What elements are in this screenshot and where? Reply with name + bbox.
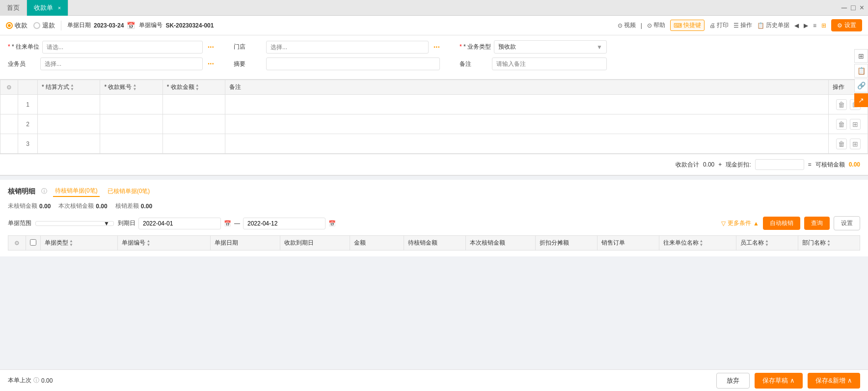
radio-collection[interactable]: 收款	[6, 21, 27, 30]
biz-type-select[interactable]: 预收款 ▼	[494, 40, 607, 54]
th-remark: 备注	[225, 80, 829, 95]
verify-toolbar-left: 单据范围 ▼ 到期日 📅 — 📅	[8, 218, 336, 229]
auto-verify-button[interactable]: 自动核销	[763, 217, 800, 230]
bt-th-this: 本次核销金额	[465, 236, 535, 251]
discount-label: 现金折扣:	[726, 161, 751, 169]
setting-gear-icon: ⚙	[837, 22, 842, 29]
th-account: * 收款账号 ▲▼	[100, 80, 163, 95]
row1-amount[interactable]	[163, 95, 225, 114]
window-close-icon[interactable]: ×	[860, 3, 864, 12]
window-controls: ─ □ ×	[841, 3, 868, 12]
filter-btn[interactable]: ▽ 更多条件 ▲	[721, 219, 759, 227]
sidebar-icon-grid[interactable]: ⊞	[854, 49, 868, 63]
range-select[interactable]: ▼	[35, 221, 114, 226]
row1-settlement[interactable]	[38, 95, 100, 114]
list-view-icon[interactable]: ≡	[813, 22, 816, 29]
action-video[interactable]: ⊙ 视频	[618, 21, 636, 29]
row2-delete-icon[interactable]: 🗑	[836, 119, 847, 130]
bt-th-check	[26, 236, 41, 251]
cal-from-icon[interactable]: 📅	[224, 220, 231, 227]
tab-done[interactable]: 已核销单据(0笔)	[106, 186, 152, 196]
table-config-th[interactable]: ⚙	[0, 80, 18, 95]
sidebar-icon-link[interactable]: 🔗	[854, 79, 868, 92]
total-label: 收款合计	[676, 161, 699, 169]
row1-delete-icon[interactable]: 🗑	[836, 99, 847, 110]
row3-delete-icon[interactable]: 🗑	[836, 139, 847, 149]
verify-setting-button[interactable]: 设置	[834, 216, 860, 230]
tab-pending[interactable]: 待核销单据(0笔)	[53, 186, 100, 197]
row3-remark[interactable]	[225, 134, 829, 154]
tab-collection[interactable]: 收款单 ×	[27, 0, 68, 16]
action-print[interactable]: 🖨 打印	[709, 21, 729, 29]
remark-input[interactable]	[492, 57, 607, 70]
row2-account[interactable]	[100, 114, 163, 134]
query-button[interactable]: 查询	[804, 217, 830, 230]
verify-info-icon[interactable]: ⓘ	[41, 187, 47, 196]
ops-icon: ☰	[733, 22, 739, 29]
range-chevron: ▼	[104, 220, 109, 227]
filter-chevron: ▲	[753, 220, 759, 227]
row1-remark[interactable]	[225, 95, 829, 114]
discount-input[interactable]	[755, 159, 804, 170]
radio-refund[interactable]: 退款	[33, 21, 55, 30]
sidebar-icon-expand[interactable]: ↗	[854, 93, 868, 107]
doc-num-value: SK-20230324-001	[165, 22, 214, 29]
action-shortcut[interactable]: ⌨ 快捷键	[670, 20, 705, 31]
doc-date-field: 单据日期 2023-03-24 📅	[67, 21, 135, 29]
bt-th-dept: 部门名称 ▲▼	[798, 236, 860, 251]
nav-left-icon[interactable]: ◀	[794, 22, 799, 29]
store-input[interactable]	[266, 41, 429, 54]
toolbar: 收款 退款 单据日期 2023-03-24 📅 单据编号 SK-20230324…	[0, 16, 868, 35]
row3-actions: 🗑 ⊞	[829, 134, 868, 154]
sidebar-icon-doc[interactable]: 📋	[854, 64, 868, 78]
row3-settlement[interactable]	[38, 134, 100, 154]
staff-input[interactable]	[40, 57, 203, 70]
date-separator: —	[234, 220, 240, 227]
tab-close-icon[interactable]: ×	[58, 5, 61, 11]
staff-label: 业务员	[8, 60, 37, 68]
counterparty-label: * 往来单位	[8, 43, 39, 51]
store-dots[interactable]: ···	[434, 43, 440, 52]
row3-amount[interactable]	[163, 134, 225, 154]
summary-input[interactable]	[266, 57, 440, 70]
row3-copy-icon[interactable]: ⊞	[850, 139, 861, 149]
th-amount: * 收款金额 ▲▼	[163, 80, 225, 95]
row2-remark[interactable]	[225, 114, 829, 134]
date-to-input[interactable]	[243, 218, 326, 229]
row2-actions: 🗑 ⊞	[829, 114, 868, 134]
cal-to-icon[interactable]: 📅	[328, 220, 336, 227]
window-max-icon[interactable]: □	[851, 3, 856, 12]
help-icon: ⊙	[647, 22, 652, 29]
calendar-icon[interactable]: 📅	[127, 22, 135, 29]
row3-account[interactable]	[100, 134, 163, 154]
stat-unclosed: 未核销金额 0.00	[8, 202, 51, 210]
check-all[interactable]	[30, 239, 36, 246]
row2-amount[interactable]	[163, 114, 225, 134]
total-value: 0.00	[703, 161, 714, 168]
bt-th-config[interactable]: ⚙	[8, 236, 26, 251]
action-ops[interactable]: ☰ 操作	[733, 21, 752, 29]
stat-diff: 核销差额 0.00	[115, 202, 152, 210]
grid-view-icon[interactable]: ⊞	[821, 22, 826, 29]
setting-button[interactable]: ⚙ 设置	[831, 19, 862, 31]
action-history[interactable]: 📋 历史单据	[757, 21, 789, 29]
table-row: 1 🗑 ⊞	[0, 95, 868, 114]
window-min-icon[interactable]: ─	[841, 3, 847, 12]
table-row: 3 🗑 ⊞	[0, 134, 868, 154]
date-from-input[interactable]	[138, 218, 221, 229]
row2-config	[0, 114, 18, 134]
row3-num: 3	[18, 134, 38, 154]
doc-date-value[interactable]: 2023-03-24	[94, 22, 124, 29]
row2-copy-icon[interactable]: ⊞	[850, 119, 861, 130]
counterparty-input[interactable]	[42, 41, 203, 54]
shortcut-icon: ⌨	[674, 22, 682, 29]
nav-right-icon[interactable]: ▶	[804, 22, 808, 29]
row1-account[interactable]	[100, 95, 163, 114]
tab-home[interactable]: 首页	[0, 0, 27, 16]
counterparty-dots[interactable]: ···	[208, 43, 214, 52]
row2-settlement[interactable]	[38, 114, 100, 134]
bt-th-discount: 折扣分摊额	[535, 236, 597, 251]
action-help[interactable]: ⊙ 帮助	[647, 21, 665, 29]
toolbar-actions: ⊙ 视频 | ⊙ 帮助 ⌨ 快捷键 🖨 打印 ☰ 操作 📋 历史单据 ◀ ▶ ≡…	[618, 19, 862, 31]
staff-dots[interactable]: ···	[208, 59, 214, 68]
